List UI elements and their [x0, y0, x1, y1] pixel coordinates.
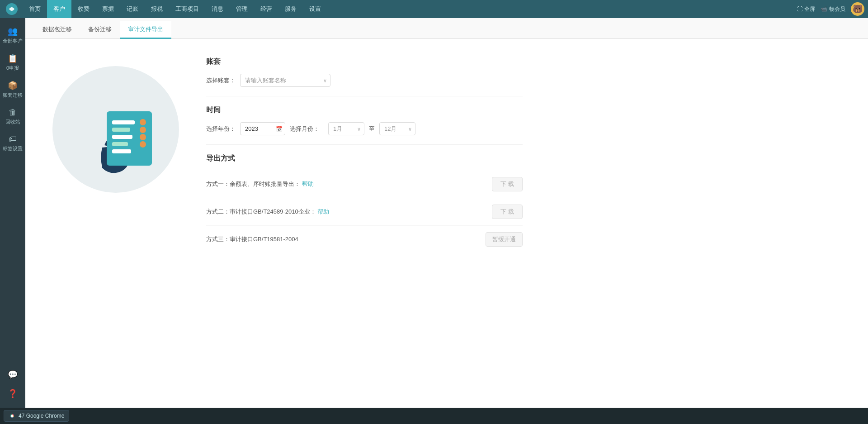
sidebar-bottom: 💬 ❓ — [0, 365, 25, 408]
nav-settings[interactable]: 设置 — [303, 0, 327, 18]
svg-rect-3 — [112, 128, 130, 132]
end-month-select[interactable]: 1月2月3月4月 5月6月7月8月 9月10月11月12月 — [379, 122, 415, 135]
nav-fees[interactable]: 收费 — [71, 0, 96, 18]
svg-rect-4 — [112, 135, 132, 139]
nav-manage[interactable]: 管理 — [230, 0, 254, 18]
recycle-icon: 🗑 — [9, 108, 17, 117]
sidebar-item-label-recycle: 回收站 — [5, 119, 20, 125]
export-method-2-text: 方式二：审计接口GB/T24589-2010企业： 帮助 — [206, 208, 329, 216]
tag-settings-icon: 🏷 — [9, 134, 17, 144]
chrome-icon — [9, 412, 16, 419]
nav-home[interactable]: 首页 — [23, 0, 47, 18]
account-select-wrapper: 请输入账套名称 — [240, 74, 330, 87]
export-method-1-text: 方式一：余额表、序时账批量导出： 帮助 — [206, 180, 314, 188]
page-content: 账套 选择账套： 请输入账套名称 时间 选择年份： — [25, 39, 868, 408]
fullscreen-icon: ⛶ — [797, 6, 802, 12]
fullscreen-label: 全屏 — [804, 5, 815, 13]
illustration-svg — [75, 84, 156, 175]
sidebar: 👥 全部客户 📋 0申报 📦 账套迁移 🗑 回收站 🏷 标签设置 💬 ❓ — [0, 18, 25, 408]
svg-point-12 — [11, 415, 14, 417]
export-method-1-download-btn[interactable]: 下 载 — [492, 177, 523, 191]
sidebar-item-label-tag-settings: 标签设置 — [3, 145, 23, 152]
sidebar-item-account-migrate[interactable]: 📦 账套迁移 — [0, 76, 25, 103]
sidebar-help-button[interactable]: ❓ — [0, 384, 25, 403]
nav-tax[interactable]: 报税 — [145, 0, 169, 18]
export-method-2-download-btn[interactable]: 下 载 — [492, 205, 523, 219]
form-panel: 账套 选择账套： 请输入账套名称 时间 选择年份： — [206, 57, 523, 253]
time-separator: 至 — [369, 125, 375, 133]
year-input[interactable] — [240, 122, 285, 135]
export-method-1-label: 方式一：余额表、序时账批量导出： — [206, 181, 300, 187]
taskbar-item-label: 47 Google Chrome — [19, 413, 64, 419]
sidebar-item-tag-settings[interactable]: 🏷 标签设置 — [0, 130, 25, 157]
svg-rect-2 — [112, 120, 135, 124]
year-label: 选择年份： — [206, 125, 236, 133]
vip-icon: 📹 — [821, 6, 827, 12]
tabs-bar: 数据包迁移 备份迁移 审计文件导出 — [25, 18, 868, 39]
svg-point-8 — [140, 127, 146, 133]
account-select-row: 选择账套： 请输入账套名称 — [206, 74, 523, 87]
month-label: 选择月份： — [290, 125, 319, 133]
chat-icon: 💬 — [8, 370, 18, 380]
divider-2 — [206, 144, 523, 145]
nav-bizproject[interactable]: 工商项目 — [169, 0, 205, 18]
fullscreen-button[interactable]: ⛶ 全屏 — [797, 5, 815, 13]
taskbar-chrome-item[interactable]: 47 Google Chrome — [4, 410, 69, 422]
account-select[interactable]: 请输入账套名称 — [240, 74, 330, 87]
tab-data-migrate[interactable]: 数据包迁移 — [34, 21, 80, 39]
svg-rect-6 — [112, 149, 131, 153]
taskbar: 47 Google Chrome — [0, 408, 868, 424]
nav-message[interactable]: 消息 — [205, 0, 230, 18]
svg-point-10 — [140, 141, 146, 148]
start-month-select[interactable]: 1月2月3月4月 5月6月7月8月 9月10月11月12月 — [328, 122, 364, 135]
year-input-wrapper — [240, 122, 285, 135]
tab-audit-export[interactable]: 审计文件导出 — [120, 21, 171, 39]
svg-point-9 — [140, 134, 146, 140]
nav-items: 首页 客户 收费 票据 记账 报税 工商项目 消息 管理 经营 服务 设置 — [23, 0, 797, 18]
svg-point-7 — [140, 119, 146, 125]
sidebar-chat-button[interactable]: 💬 — [0, 365, 25, 384]
export-method-1: 方式一：余额表、序时账批量导出： 帮助 下 载 — [206, 171, 523, 198]
export-method-2-label: 方式二：审计接口GB/T24589-2010企业： — [206, 208, 316, 215]
svg-rect-5 — [112, 142, 128, 146]
content-area: 数据包迁移 备份迁移 审计文件导出 — [25, 18, 868, 408]
all-clients-icon: 👥 — [8, 26, 18, 36]
nav-bookkeeping[interactable]: 记账 — [120, 0, 145, 18]
sidebar-item-all-clients[interactable]: 👥 全部客户 — [0, 22, 25, 49]
top-navigation: 首页 客户 收费 票据 记账 报税 工商项目 消息 管理 经营 服务 设置 ⛶ … — [0, 0, 868, 18]
account-section-title: 账套 — [206, 57, 523, 67]
account-migrate-icon: 📦 — [8, 81, 18, 91]
sidebar-item-label-all-clients: 全部客户 — [3, 38, 23, 44]
export-method-3-open-btn[interactable]: 暂缓开通 — [486, 232, 523, 247]
illustration — [52, 66, 179, 193]
sidebar-item-recycle[interactable]: 🗑 回收站 — [0, 103, 25, 130]
nav-operation[interactable]: 经营 — [254, 0, 278, 18]
export-method-2-help-link[interactable]: 帮助 — [317, 208, 329, 215]
export-section-title: 导出方式 — [206, 154, 523, 163]
sidebar-item-label-account-migrate: 账套迁移 — [3, 92, 23, 99]
app-logo[interactable] — [4, 1, 20, 17]
divider-1 — [206, 96, 523, 96]
main-layout: 👥 全部客户 📋 0申报 📦 账套迁移 🗑 回收站 🏷 标签设置 💬 ❓ — [0, 18, 868, 408]
export-method-3: 方式三：审计接口GB/T19581-2004 暂缓开通 — [206, 226, 523, 253]
tab-backup-migrate[interactable]: 备份迁移 — [80, 21, 120, 39]
export-method-3-text: 方式三：审计接口GB/T19581-2004 — [206, 235, 298, 243]
end-month-wrapper: 1月2月3月4月 5月6月7月8月 9月10月11月12月 — [379, 122, 415, 135]
sidebar-item-label-zero-declare: 0申报 — [6, 65, 19, 71]
help-icon: ❓ — [8, 389, 18, 399]
export-method-3-label: 方式三：审计接口GB/T19581-2004 — [206, 236, 298, 243]
vip-label: 畅会员 — [829, 5, 845, 13]
nav-service[interactable]: 服务 — [278, 0, 303, 18]
top-right-area: ⛶ 全屏 📹 畅会员 🐻 — [797, 2, 864, 16]
vip-button[interactable]: 📹 畅会员 — [821, 5, 845, 13]
export-method-1-help-link[interactable]: 帮助 — [302, 181, 314, 187]
time-row: 选择月份： 1月2月3月4月 5月6月7月8月 9月10月11月12月 至 1月 — [240, 122, 415, 135]
time-section-title: 时间 — [206, 105, 523, 115]
sidebar-item-zero-declare[interactable]: 📋 0申报 — [0, 49, 25, 76]
nav-clients[interactable]: 客户 — [47, 0, 71, 18]
nav-invoices[interactable]: 票据 — [96, 0, 120, 18]
account-select-label: 选择账套： — [206, 76, 236, 85]
user-avatar[interactable]: 🐻 — [851, 2, 864, 16]
export-method-2: 方式二：审计接口GB/T24589-2010企业： 帮助 下 载 — [206, 198, 523, 226]
zero-declare-icon: 📋 — [8, 53, 18, 63]
